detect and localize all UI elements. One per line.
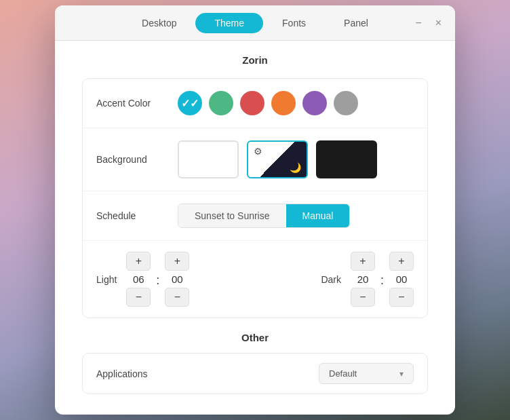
dark-time-group: Dark + 20 − : + 00 − [321,252,414,307]
bg-light-option[interactable] [178,140,239,178]
dark-min-value: 00 [392,273,411,285]
dark-hour-up-btn[interactable]: + [351,252,375,271]
accent-color-options: ✓ [178,91,358,115]
dark-colon: : [380,271,384,288]
schedule-row: Schedule Sunset to Sunrise Manual [83,191,427,241]
light-colon: : [156,271,159,288]
other-section: Other Applications Default ▾ [82,332,428,394]
moon-icon: 🌙 [290,162,301,173]
time-controls: Light + 06 − : + 00 − [96,252,414,307]
background-label: Background [96,154,178,165]
background-options: ⚙ 🌙 [178,140,377,178]
light-hour-up-btn[interactable]: + [126,252,151,271]
light-time-group: Light + 06 − : + 00 − [96,252,189,307]
window-controls: − × [412,16,444,30]
light-min-down-btn[interactable]: − [165,288,189,307]
background-row: Background ⚙ 🌙 [83,128,427,191]
theme-settings-card: Accent Color ✓ Background [82,78,428,318]
color-blue[interactable]: ✓ [178,91,202,115]
applications-label: Applications [96,368,319,379]
schedule-options: Sunset to Sunrise Manual [178,204,350,228]
dark-label: Dark [321,274,341,285]
color-red[interactable] [240,91,264,115]
bg-auto-option[interactable]: ⚙ 🌙 [247,140,308,178]
content-area: Zorin Accent Color ✓ Backgrou [55,41,455,415]
light-label: Light [96,274,117,285]
schedule-sunset-btn[interactable]: Sunset to Sunrise [178,204,286,227]
tab-fonts[interactable]: Fonts [263,13,325,33]
light-hour-value: 06 [129,273,148,285]
chevron-down-icon: ▾ [399,369,404,379]
applications-row: Applications Default ▾ [82,353,428,394]
accent-label: Accent Color [96,98,178,109]
close-button[interactable]: × [433,16,444,30]
minimize-button[interactable]: − [412,16,424,30]
time-section: Light + 06 − : + 00 − [83,241,427,318]
gear-icon: ⚙ [254,146,262,157]
checkmark-icon: ✓ [181,97,190,110]
dark-hour-value: 20 [353,273,372,285]
dark-hour-group: + 20 − [351,252,375,307]
light-min-group: + 00 − [165,252,189,307]
tab-panel[interactable]: Panel [325,13,387,33]
tab-theme[interactable]: Theme [195,13,263,33]
dark-min-down-btn[interactable]: − [389,288,414,307]
titlebar: Desktop Theme Fonts Panel − × [55,5,455,41]
light-min-value: 00 [168,273,187,285]
light-min-up-btn[interactable]: + [165,252,189,271]
theme-section-title: Zorin [82,54,428,66]
color-purple[interactable] [302,91,327,115]
settings-window: Desktop Theme Fonts Panel − × Zorin Acce… [55,5,455,415]
dark-min-up-btn[interactable]: + [389,252,414,271]
color-gray[interactable] [334,91,358,115]
light-hour-group: + 06 − [126,252,151,307]
tab-bar: Desktop Theme Fonts Panel [123,13,387,33]
color-green[interactable] [209,91,233,115]
light-hour-down-btn[interactable]: − [126,288,151,307]
bg-dark-option[interactable] [316,140,377,178]
accent-color-row: Accent Color ✓ [83,79,427,128]
color-orange[interactable] [271,91,296,115]
dark-hour-down-btn[interactable]: − [351,288,375,307]
dropdown-value: Default [329,368,357,379]
other-section-title: Other [82,332,428,343]
schedule-manual-btn[interactable]: Manual [286,204,350,227]
applications-dropdown[interactable]: Default ▾ [319,363,414,384]
schedule-label: Schedule [96,210,178,221]
dark-min-group: + 00 − [389,252,414,307]
tab-desktop[interactable]: Desktop [123,13,195,33]
